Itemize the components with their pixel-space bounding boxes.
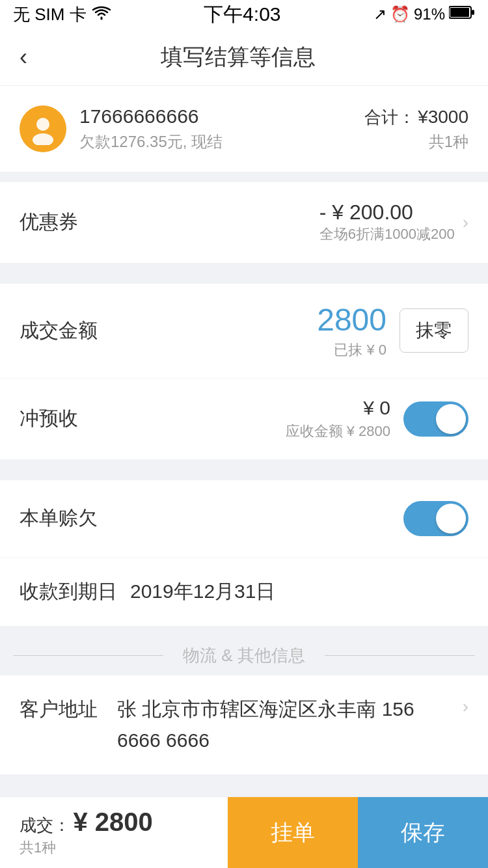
credit-toggle-thumb (436, 504, 466, 534)
sim-label: 无 SIM 卡 (13, 3, 87, 26)
prepaid-amount: ¥ 0 (286, 397, 390, 419)
svg-point-3 (36, 118, 49, 131)
total-count: 共1种 (364, 131, 468, 152)
bottom-summary-label: 成交： (20, 815, 70, 835)
section-divider-1 (0, 273, 488, 284)
page-title: 填写结算等信息 (34, 42, 442, 72)
amount-right: 2800 已抹 ¥ 0 抹零 (317, 302, 468, 360)
logistics-text: 物流 & 其他信息 (176, 644, 312, 667)
prepaid-sub: 应收金额 ¥ 2800 (286, 422, 390, 441)
location-icon: ↗ (373, 5, 386, 23)
prepaid-row: 冲预收 ¥ 0 应收金额 ¥ 2800 (0, 379, 488, 459)
nav-bar: ‹ 填写结算等信息 (0, 29, 488, 86)
amount-section: 成交金额 2800 已抹 ¥ 0 抹零 冲预收 ¥ 0 应收金额 ¥ 2800 (0, 284, 488, 459)
coupon-row[interactable]: 优惠券 - ¥ 200.00 全场6折满1000减200 › (0, 182, 488, 263)
wifi-icon (92, 5, 111, 25)
prepaid-toggle[interactable] (403, 401, 468, 437)
address-section: 客户地址 张 北京市市辖区海淀区永丰南 156 6666 6666 › (0, 675, 488, 774)
amount-value-group: 2800 已抹 ¥ 0 (317, 302, 386, 360)
coupon-description: 全场6折满1000减200 (319, 224, 455, 245)
credit-row: 本单赊欠 (0, 480, 488, 558)
amount-sub: 已抹 ¥ 0 (317, 340, 386, 360)
credit-label: 本单赊欠 (20, 505, 98, 532)
due-date-row: 收款到期日 2019年12月31日 (0, 558, 488, 626)
total-value: ¥3000 (418, 107, 468, 127)
address-label: 客户地址 (20, 694, 98, 723)
address-value: 张 北京市市辖区海淀区永丰南 156 6666 6666 (117, 694, 456, 756)
status-time: 下午4:03 (204, 1, 280, 28)
user-info: 17666666666 欠款1276.35元, 现结 (79, 105, 223, 152)
save-button[interactable]: 保存 (358, 797, 488, 869)
toggle-thumb (436, 404, 466, 434)
status-right: ↗ ⏰ 91% (373, 5, 475, 23)
status-bar: 无 SIM 卡 下午4:03 ↗ ⏰ 91% (0, 0, 488, 29)
chevron-right-icon: › (463, 212, 468, 233)
credit-toggle[interactable] (403, 501, 468, 536)
address-row[interactable]: 客户地址 张 北京市市辖区海淀区永丰南 156 6666 6666 › (0, 675, 488, 774)
prepaid-value-group: ¥ 0 应收金额 ¥ 2800 (286, 397, 390, 441)
svg-rect-1 (450, 8, 469, 17)
user-total: 合计： ¥3000 共1种 (364, 106, 468, 152)
user-phone: 17666666666 (79, 105, 223, 128)
prepaid-right: ¥ 0 应收金额 ¥ 2800 (286, 397, 468, 441)
section-divider-2 (0, 459, 488, 470)
bottom-summary-amount: ¥ 2800 (73, 807, 152, 836)
battery-icon (449, 5, 475, 23)
bottom-summary-count: 共1种 (20, 838, 208, 858)
user-card: 17666666666 欠款1276.35元, 现结 合计： ¥3000 共1种 (0, 86, 488, 172)
user-left: 17666666666 欠款1276.35元, 现结 (20, 105, 223, 152)
bottom-bar: 成交： ¥ 2800 共1种 挂单 保存 (0, 796, 488, 868)
coupon-discount: - ¥ 200.00 (319, 200, 455, 224)
svg-rect-2 (472, 10, 474, 15)
amount-number: 2800 (317, 302, 386, 338)
amount-label: 成交金额 (20, 318, 98, 344)
battery-label: 91% (414, 5, 445, 23)
svg-point-4 (33, 133, 53, 145)
due-date-label: 收款到期日 (20, 578, 117, 605)
logistics-divider: 物流 & 其他信息 (0, 636, 488, 675)
status-left: 无 SIM 卡 (13, 3, 111, 26)
coupon-label: 优惠券 (20, 209, 78, 236)
total-label: 合计： (364, 107, 415, 127)
content-area: 17666666666 欠款1276.35元, 现结 合计： ¥3000 共1种… (0, 86, 488, 868)
round-button[interactable]: 抹零 (400, 308, 468, 353)
avatar (20, 105, 66, 152)
amount-row: 成交金额 2800 已抹 ¥ 0 抹零 (0, 284, 488, 379)
due-date-value: 2019年12月31日 (130, 578, 275, 605)
hang-button[interactable]: 挂单 (228, 797, 358, 869)
user-debt: 欠款1276.35元, 现结 (79, 131, 223, 152)
back-button[interactable]: ‹ (20, 37, 34, 77)
bottom-summary: 成交： ¥ 2800 共1种 (0, 807, 228, 858)
address-chevron-icon: › (463, 694, 468, 717)
alarm-icon: ⏰ (390, 5, 410, 23)
prepaid-label: 冲预收 (20, 405, 78, 432)
coupon-right: - ¥ 200.00 全场6折满1000减200 › (319, 200, 468, 245)
credit-section: 本单赊欠 收款到期日 2019年12月31日 (0, 480, 488, 626)
